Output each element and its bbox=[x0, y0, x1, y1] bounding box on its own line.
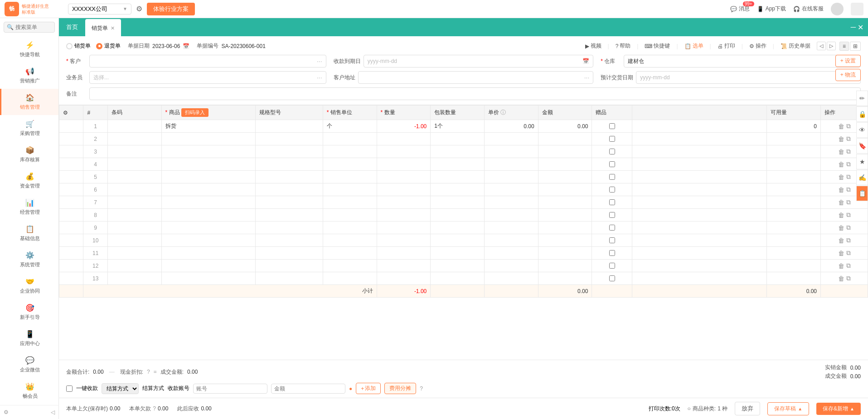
gift-checkbox[interactable] bbox=[609, 199, 615, 205]
row-barcode[interactable] bbox=[107, 171, 161, 183]
row-spec[interactable] bbox=[256, 171, 323, 183]
row-unit[interactable] bbox=[323, 145, 377, 158]
row-unit[interactable] bbox=[323, 260, 377, 272]
row-gift[interactable] bbox=[592, 234, 632, 247]
settings-icon[interactable]: ⚙ bbox=[136, 5, 142, 13]
message-item[interactable]: 💬 消息 99+ bbox=[730, 5, 750, 13]
row-barcode[interactable] bbox=[107, 260, 161, 272]
row-amount[interactable] bbox=[538, 133, 592, 145]
row-unit[interactable] bbox=[323, 222, 377, 234]
row-product[interactable] bbox=[161, 133, 256, 145]
row-amount-1[interactable]: 0.00 bbox=[538, 120, 592, 133]
row-desc[interactable] bbox=[632, 196, 767, 209]
row-barcode[interactable] bbox=[107, 196, 161, 209]
company-selector[interactable]: XXXXXX公司 ▼ bbox=[68, 4, 131, 14]
row-pack[interactable] bbox=[431, 222, 485, 234]
row-amount[interactable] bbox=[538, 247, 592, 260]
row-product[interactable] bbox=[161, 158, 256, 171]
row-product[interactable] bbox=[161, 260, 256, 272]
row-price[interactable] bbox=[484, 171, 538, 183]
row-desc[interactable] bbox=[632, 145, 767, 158]
row-barcode[interactable] bbox=[107, 272, 161, 285]
row-gift[interactable] bbox=[592, 272, 632, 285]
row-amount[interactable] bbox=[538, 196, 592, 209]
sidebar-item-finance[interactable]: 💰 资金管理 bbox=[0, 168, 58, 194]
row-desc[interactable] bbox=[632, 222, 767, 234]
row-qty[interactable] bbox=[377, 183, 431, 196]
row-unit[interactable] bbox=[323, 158, 377, 171]
copy-row-button[interactable]: ⧉ bbox=[846, 186, 851, 193]
search-bar[interactable]: 🔍 bbox=[4, 22, 55, 33]
row-desc[interactable] bbox=[632, 209, 767, 222]
tab-home[interactable]: 首页 bbox=[59, 18, 85, 36]
row-unit[interactable] bbox=[323, 209, 377, 222]
toolbar-select[interactable]: 📋 选单 bbox=[682, 41, 706, 51]
sidebar-item-business[interactable]: 📊 经营管理 bbox=[0, 194, 58, 220]
row-pack[interactable] bbox=[431, 234, 485, 247]
row-pack[interactable] bbox=[431, 247, 485, 260]
row-barcode[interactable] bbox=[107, 183, 161, 196]
customer-addr-input[interactable]: ··· bbox=[358, 71, 594, 84]
row-barcode-1[interactable] bbox=[107, 120, 161, 133]
tab-close-icon[interactable]: ✕ bbox=[111, 25, 115, 31]
delete-row-button[interactable]: 🗑 bbox=[838, 262, 844, 270]
due-date-calendar-icon[interactable]: 📅 bbox=[582, 58, 589, 64]
window-close-icon[interactable]: ✕ bbox=[858, 23, 863, 32]
payment-method-select[interactable]: 结算方式 bbox=[102, 383, 139, 394]
delete-row-button[interactable]: 🗑 bbox=[838, 199, 844, 206]
view-grid-button[interactable]: ⊞ bbox=[850, 42, 861, 51]
gift-checkbox[interactable] bbox=[609, 275, 615, 281]
online-service-item[interactable]: 🎧 在线客服 bbox=[793, 5, 824, 13]
row-desc[interactable] bbox=[632, 133, 767, 145]
sidebar-item-member[interactable]: 👑 畅会员 bbox=[0, 378, 58, 404]
sidebar-item-marketing[interactable]: 📢 营销推广 bbox=[0, 63, 58, 89]
copy-row-button[interactable]: ⧉ bbox=[846, 173, 851, 181]
row-qty[interactable] bbox=[377, 247, 431, 260]
scan-button[interactable]: 扫码录入 bbox=[181, 108, 209, 117]
row-gift[interactable] bbox=[592, 209, 632, 222]
delete-row-button[interactable]: 🗑 bbox=[838, 275, 844, 282]
row-qty[interactable] bbox=[377, 171, 431, 183]
row-gift-1[interactable] bbox=[592, 120, 632, 133]
save-draft-button[interactable]: 保存草稿 ▲ bbox=[767, 402, 809, 415]
row-product[interactable] bbox=[161, 183, 256, 196]
row-pack[interactable] bbox=[431, 196, 485, 209]
salesperson-input[interactable]: 选择... ··· bbox=[89, 71, 326, 84]
row-qty[interactable] bbox=[377, 260, 431, 272]
calendar-icon[interactable]: 📅 bbox=[183, 43, 189, 49]
remark-input[interactable] bbox=[89, 87, 861, 100]
trial-button[interactable]: 体验行业方案 bbox=[147, 3, 195, 15]
customer-addr-dots-icon[interactable]: ··· bbox=[584, 74, 590, 81]
delete-row-button[interactable]: 🗑 bbox=[838, 237, 844, 244]
row-price[interactable] bbox=[484, 196, 538, 209]
row-pack[interactable] bbox=[431, 171, 485, 183]
row-product[interactable] bbox=[161, 171, 256, 183]
delete-row-1-button[interactable]: 🗑 bbox=[838, 123, 844, 130]
row-price[interactable] bbox=[484, 222, 538, 234]
sidebar-item-sales[interactable]: 🏠 销售管理 bbox=[0, 89, 58, 115]
copy-row-1-button[interactable]: ⧉ bbox=[846, 122, 851, 130]
row-price[interactable] bbox=[484, 247, 538, 260]
row-qty[interactable] bbox=[377, 158, 431, 171]
row-spec[interactable] bbox=[256, 222, 323, 234]
row-gift[interactable] bbox=[592, 247, 632, 260]
row-gift[interactable] bbox=[592, 183, 632, 196]
row-amount[interactable] bbox=[538, 222, 592, 234]
row-pack[interactable] bbox=[431, 133, 485, 145]
discount-help-icon[interactable]: ? bbox=[147, 369, 150, 375]
row-spec-1[interactable] bbox=[256, 120, 323, 133]
row-price[interactable] bbox=[484, 158, 538, 171]
row-price[interactable] bbox=[484, 260, 538, 272]
row-qty-1[interactable]: -1.00 bbox=[377, 120, 431, 133]
customer-dots-icon[interactable]: ··· bbox=[317, 58, 322, 65]
row-product-1[interactable]: 拆货 bbox=[161, 120, 256, 133]
row-amount[interactable] bbox=[538, 158, 592, 171]
window-minimize-icon[interactable]: ─ bbox=[851, 23, 856, 31]
sidebar-item-system[interactable]: ⚙️ 系统管理 bbox=[0, 246, 58, 273]
delete-row-button[interactable]: 🗑 bbox=[838, 161, 844, 168]
expense-split-button[interactable]: 费用分摊 bbox=[384, 383, 416, 394]
expense-help-icon[interactable]: ? bbox=[420, 385, 423, 392]
row-spec[interactable] bbox=[256, 247, 323, 260]
delete-row-button[interactable]: 🗑 bbox=[838, 212, 844, 219]
sidebar-item-base-info[interactable]: 📋 基础信息 bbox=[0, 220, 58, 246]
